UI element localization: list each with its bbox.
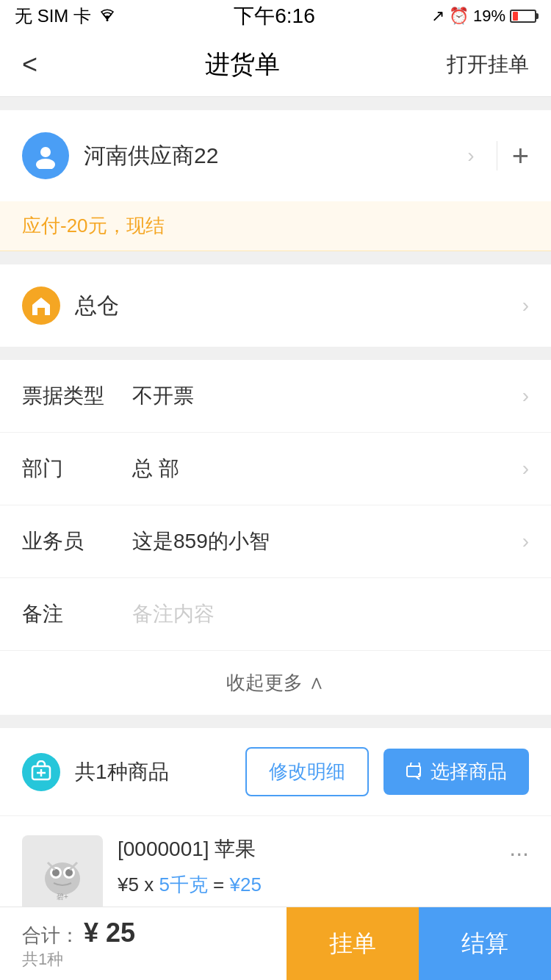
remark-label: 备注 <box>22 600 110 628</box>
product-code: [0000001] <box>118 837 209 860</box>
product-price: ¥5 x 5千克 = ¥25 <box>118 872 494 898</box>
select-product-label: 选择商品 <box>431 759 507 785</box>
gap4 <box>0 715 551 728</box>
invoice-type-chevron-icon: › <box>522 384 529 408</box>
supplier-row: 河南供应商22 › + <box>0 110 551 201</box>
gap2 <box>0 251 551 264</box>
invoice-type-row[interactable]: 票据类型 不开票 › <box>0 360 551 433</box>
checkout-button[interactable]: 结算 <box>419 907 551 980</box>
salesperson-label: 业务员 <box>22 527 110 555</box>
gap3 <box>0 347 551 360</box>
department-chevron-icon: › <box>522 457 529 480</box>
department-row[interactable]: 部门 总 部 › <box>0 433 551 505</box>
warehouse-row[interactable]: 总仓 › <box>0 264 551 347</box>
salesperson-value: 这是859的小智 <box>132 527 522 555</box>
alarm-icon: ⏰ <box>449 7 469 26</box>
nav-bar: < 进货单 打开挂单 <box>0 32 551 97</box>
svg-point-9 <box>52 869 60 876</box>
unit-price: ¥5 <box>118 873 139 896</box>
svg-point-2 <box>36 159 55 169</box>
total-count: 共1种 <box>22 948 264 970</box>
form-section: 票据类型 不开票 › 部门 总 部 › 业务员 这是859的小智 › 备注 备注… <box>0 360 551 650</box>
svg-point-10 <box>65 869 73 876</box>
svg-point-6 <box>45 862 80 895</box>
svg-text:碧+: 碧+ <box>57 893 68 901</box>
supplier-avatar <box>22 132 69 179</box>
product-more-button[interactable]: ··· <box>509 840 529 867</box>
add-supplier-button[interactable]: + <box>512 140 529 173</box>
wifi-icon <box>97 6 118 26</box>
salesperson-row[interactable]: 业务员 这是859的小智 › <box>0 505 551 578</box>
battery-icon <box>510 10 536 23</box>
product-count-text: 共1种商品 <box>75 758 231 786</box>
warehouse-chevron-icon: › <box>522 294 529 317</box>
total-amount: ¥ 25 <box>84 918 135 948</box>
remark-placeholder[interactable]: 备注内容 <box>132 600 529 628</box>
bottom-bar: 合计： ¥ 25 共1种 挂单 结算 <box>0 907 551 980</box>
gap1 <box>0 97 551 110</box>
department-label: 部门 <box>22 455 110 483</box>
product-info: [0000001] 苹果 ¥5 x 5千克 = ¥25 <box>118 835 494 898</box>
select-product-button[interactable]: 选择商品 <box>383 749 529 795</box>
time-display: 下午6:16 <box>234 2 315 30</box>
product-apple: 苹果 <box>215 837 256 860</box>
page-title: 进货单 <box>205 48 280 82</box>
alert-banner: 应付-20元，现结 <box>0 201 551 251</box>
department-value: 总 部 <box>132 455 522 483</box>
hang-button[interactable]: 挂单 <box>287 907 419 980</box>
invoice-type-value: 不开票 <box>132 382 522 410</box>
open-pending-button[interactable]: 打开挂单 <box>447 51 529 79</box>
product-count-icon <box>22 753 60 791</box>
invoice-type-label: 票据类型 <box>22 382 110 410</box>
divider <box>497 141 497 170</box>
status-left: 无 SIM 卡 <box>15 4 118 28</box>
svg-point-1 <box>40 147 51 157</box>
status-right: ↗ ⏰ 19% <box>431 7 536 26</box>
product-header: 共1种商品 修改明细 选择商品 <box>0 728 551 815</box>
remark-row[interactable]: 备注 备注内容 <box>0 578 551 650</box>
supplier-name[interactable]: 河南供应商22 <box>84 141 467 171</box>
collapse-row[interactable]: 收起更多 ∧ <box>0 650 551 715</box>
warehouse-name: 总仓 <box>75 291 522 321</box>
product-name: [0000001] 苹果 <box>118 835 494 863</box>
total-price: ¥25 <box>230 873 262 896</box>
back-button[interactable]: < <box>22 49 37 80</box>
product-thumbnail: 碧+ <box>22 835 103 916</box>
status-bar: 无 SIM 卡 下午6:16 ↗ ⏰ 19% <box>0 0 551 32</box>
location-icon: ↗ <box>431 7 444 26</box>
edit-detail-button[interactable]: 修改明细 <box>245 747 369 796</box>
salesperson-chevron-icon: › <box>522 530 529 553</box>
supplier-chevron-icon: › <box>467 144 474 167</box>
svg-point-0 <box>107 19 109 21</box>
svg-rect-3 <box>37 308 45 315</box>
quantity: 5千克 <box>159 873 207 896</box>
warehouse-icon <box>22 287 60 325</box>
total-section: 合计： ¥ 25 共1种 <box>0 907 287 980</box>
battery-percent: 19% <box>473 7 505 26</box>
total-label: 合计： <box>22 923 79 948</box>
carrier-text: 无 SIM 卡 <box>15 4 91 28</box>
